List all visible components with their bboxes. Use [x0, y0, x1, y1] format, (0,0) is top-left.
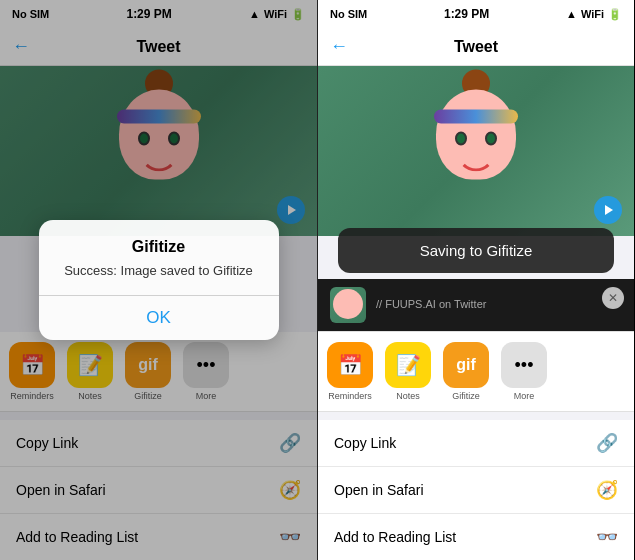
- play-triangle-right: [605, 205, 613, 215]
- open-safari-icon-right: 🧭: [596, 479, 618, 501]
- tweet-user: // FUUPS.AI on Twitter: [376, 297, 622, 312]
- dialog-ok-button[interactable]: OK: [39, 296, 279, 340]
- status-bar-right: No SIM 1:29 PM ▲ WiFi 🔋: [318, 0, 634, 28]
- dialog-overlay-left: Gifitize Success: Image saved to Gifitiz…: [0, 0, 317, 560]
- play-button-right[interactable]: [594, 196, 622, 224]
- reminders-label-r: Reminders: [328, 391, 372, 401]
- copy-link-icon-right: 🔗: [596, 432, 618, 454]
- reading-list-label-right: Add to Reading List: [334, 529, 456, 545]
- notes-label-r: Notes: [396, 391, 420, 401]
- action-list-right: Copy Link 🔗 Open in Safari 🧭 Add to Read…: [318, 420, 634, 560]
- dialog-message: Success: Image saved to Gifitize: [59, 262, 259, 280]
- copy-link-item-right[interactable]: Copy Link 🔗: [318, 420, 634, 467]
- dialog-title: Gifitize: [59, 238, 259, 256]
- saving-text: Saving to Gifitize: [420, 242, 533, 259]
- app-item-gifitize-right[interactable]: gif Gifitize: [442, 342, 490, 401]
- saving-toast: Saving to Gifitize: [338, 228, 614, 273]
- back-button-right[interactable]: ←: [330, 36, 348, 57]
- cartoon-head-r: [436, 90, 516, 180]
- time-right: 1:29 PM: [444, 7, 489, 21]
- tweet-info-right: // FUUPS.AI on Twitter: [376, 297, 622, 312]
- app-row-right: 📅 Reminders 📝 Notes gif Gifitize ••• Mor…: [318, 332, 634, 412]
- close-button-right[interactable]: ✕: [602, 287, 624, 309]
- app-item-reminders-right[interactable]: 📅 Reminders: [326, 342, 374, 401]
- tweet-image-right: [318, 66, 634, 236]
- reminders-icon-r: 📅: [327, 342, 373, 388]
- left-eye-r: [455, 132, 467, 146]
- reading-list-icon-right: 👓: [596, 526, 618, 548]
- gifitize-icon-r: gif: [443, 342, 489, 388]
- status-icons-right: ▲ WiFi 🔋: [566, 8, 622, 21]
- open-safari-label-right: Open in Safari: [334, 482, 424, 498]
- more-label-r: More: [514, 391, 535, 401]
- tweet-thumb-row-right: // FUUPS.AI on Twitter: [318, 279, 634, 332]
- battery-icon-right: 🔋: [608, 8, 622, 21]
- cartoon-smile-r: [457, 152, 495, 172]
- left-phone-panel: No SIM 1:29 PM ▲ WiFi 🔋 ← Tweet: [0, 0, 317, 560]
- signal-icon-right: ▲: [566, 8, 577, 20]
- dialog-content: Gifitize Success: Image saved to Gifitiz…: [39, 220, 279, 294]
- gifitize-dialog: Gifitize Success: Image saved to Gifitiz…: [39, 220, 279, 339]
- open-safari-item-right[interactable]: Open in Safari 🧭: [318, 467, 634, 514]
- cartoon-illustration-right: [421, 80, 531, 210]
- copy-link-label-right: Copy Link: [334, 435, 396, 451]
- wifi-icon-right: WiFi: [581, 8, 604, 20]
- tweet-thumbnail-right: [330, 287, 366, 323]
- headband-r: [434, 110, 518, 124]
- thumb-face: [333, 289, 363, 319]
- notes-icon-r: 📝: [385, 342, 431, 388]
- carrier-right: No SIM: [330, 8, 367, 20]
- app-item-notes-right[interactable]: 📝 Notes: [384, 342, 432, 401]
- reading-list-item-right[interactable]: Add to Reading List 👓: [318, 514, 634, 560]
- nav-title-right: Tweet: [454, 38, 498, 56]
- more-icon-r: •••: [501, 342, 547, 388]
- right-eye-r: [485, 132, 497, 146]
- right-phone-panel: No SIM 1:29 PM ▲ WiFi 🔋 ← Tweet: [317, 0, 634, 560]
- share-sheet-right: // FUUPS.AI on Twitter ✕ 📅 Reminders 📝 N…: [318, 279, 634, 560]
- app-item-more-right[interactable]: ••• More: [500, 342, 548, 401]
- nav-bar-right: ← Tweet: [318, 28, 634, 66]
- gifitize-label-r: Gifitize: [452, 391, 480, 401]
- cartoon-eyes-r: [455, 132, 497, 146]
